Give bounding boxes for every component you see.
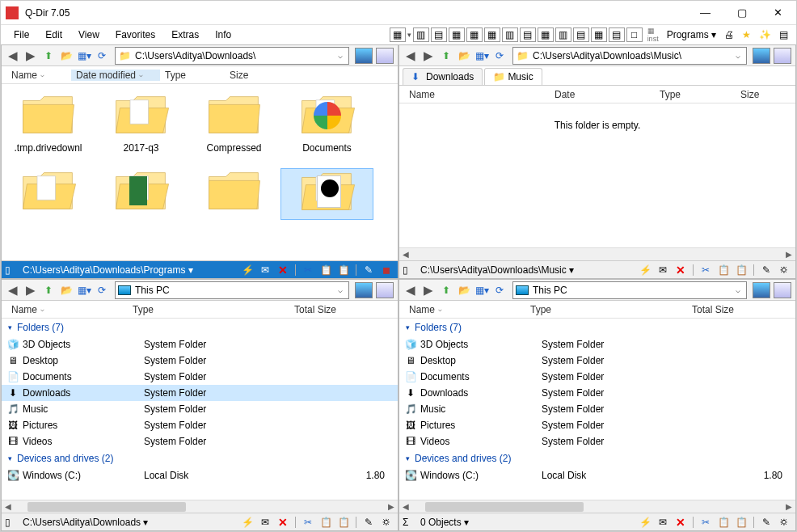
cut-icon[interactable]: ✂ — [698, 263, 714, 277]
copy-icon[interactable]: 📋 — [715, 263, 732, 277]
folder-item[interactable] — [188, 168, 280, 220]
lightning-icon[interactable]: ⚡ — [239, 263, 255, 277]
menu-extras[interactable]: Extras — [163, 27, 207, 43]
folder-item[interactable]: 2017-q3 — [95, 92, 188, 154]
refresh-icon[interactable]: ⟳ — [491, 282, 508, 298]
menu-edit[interactable]: Edit — [37, 27, 70, 43]
group-header[interactable]: Folders (7) — [2, 319, 398, 336]
col-name[interactable]: Name — [404, 89, 550, 100]
explorer-icon[interactable]: 📂 — [456, 48, 472, 64]
list-item[interactable]: 🎞VideosSystem Folder — [399, 433, 795, 450]
nav-forward-icon[interactable]: ▶ — [420, 48, 436, 64]
cut-icon[interactable]: ✂ — [300, 515, 316, 530]
address-dropdown-icon[interactable]: ⌵ — [732, 51, 744, 60]
close-button[interactable]: ✕ — [760, 1, 796, 25]
preview-toggle[interactable] — [753, 48, 770, 64]
layout-btn-12[interactable]: ▦ — [591, 27, 607, 42]
list-item[interactable]: 🧊3D ObjectsSystem Folder — [399, 336, 795, 353]
explorer-icon[interactable]: 📂 — [58, 282, 74, 298]
nav-back-icon[interactable]: ◀ — [403, 48, 419, 64]
nav-forward-icon[interactable]: ▶ — [23, 48, 39, 64]
up-icon[interactable]: ⬆ — [40, 48, 57, 64]
list-item[interactable]: 🖥DesktopSystem Folder — [399, 353, 795, 369]
refresh-icon[interactable]: ⟳ — [491, 48, 508, 64]
preview-toggle[interactable] — [753, 282, 770, 298]
list-item[interactable]: 📄DocumentsSystem Folder — [399, 369, 795, 385]
cloud-toggle[interactable] — [774, 282, 791, 298]
address-bar[interactable]: 📁 C:\Users\Aditya\Downloads\ ⌵ — [115, 47, 349, 65]
inst-button[interactable]: ▦inst — [644, 27, 662, 43]
folder-item[interactable]: Documents — [280, 92, 373, 154]
status-path[interactable]: C:\Users\Aditya\Downloads ▾ — [19, 517, 238, 528]
view-grid-icon[interactable]: ▦▾ — [474, 282, 490, 298]
paste-icon[interactable]: 📋 — [733, 515, 749, 530]
address-dropdown-icon[interactable]: ⌵ — [732, 285, 744, 294]
mail-icon[interactable]: ✉ — [655, 263, 671, 277]
layout-btn-11[interactable]: ▤ — [573, 27, 589, 42]
list-item[interactable]: 🎵MusicSystem Folder — [399, 401, 795, 417]
lightning-icon[interactable]: ⚡ — [637, 515, 653, 530]
lightning-icon[interactable]: ⚡ — [637, 263, 653, 277]
view-grid-icon[interactable]: ▦▾ — [474, 48, 490, 64]
cut-icon[interactable]: ✂ — [698, 515, 714, 530]
col-date[interactable]: Date — [550, 89, 655, 100]
col-total-size[interactable]: Total Size — [289, 304, 393, 315]
cloud-toggle[interactable] — [376, 48, 394, 64]
list-item[interactable]: ⬇DownloadsSystem Folder — [2, 385, 398, 401]
menu-view[interactable]: View — [70, 27, 108, 43]
layout-btn-14[interactable]: □ — [626, 27, 643, 42]
programs-menu[interactable]: Programs ▾ — [664, 29, 719, 40]
nav-back-icon[interactable]: ◀ — [5, 48, 21, 64]
folder-item[interactable] — [95, 168, 188, 220]
layout-btn-3[interactable]: ▤ — [431, 27, 447, 42]
up-icon[interactable]: ⬆ — [438, 282, 454, 298]
col-type[interactable]: Type — [128, 304, 289, 315]
folder-item[interactable]: .tmp.drivedownl — [2, 92, 95, 154]
print-icon[interactable]: 🖨 — [721, 29, 737, 40]
wand-icon[interactable]: ✨ — [756, 29, 774, 40]
tab-downloads[interactable]: ⬇Downloads — [403, 68, 483, 85]
list-item[interactable]: ⬇DownloadsSystem Folder — [399, 385, 795, 401]
horizontal-scrollbar[interactable]: ◀▶ — [399, 500, 795, 513]
copy-icon[interactable]: 📋 — [318, 263, 334, 277]
mail-icon[interactable]: ✉ — [257, 515, 273, 530]
explorer-icon[interactable]: 📂 — [456, 282, 472, 298]
group-header[interactable]: Folders (7) — [399, 319, 795, 336]
folder-item-selected[interactable] — [280, 168, 373, 220]
preview-toggle[interactable] — [355, 282, 373, 298]
cloud-toggle[interactable] — [376, 282, 394, 298]
layout-btn-7[interactable]: ▥ — [502, 27, 518, 42]
delete-icon[interactable]: ✕ — [673, 515, 689, 530]
explorer-icon[interactable]: 📂 — [58, 48, 74, 64]
cloud-toggle[interactable] — [774, 48, 791, 64]
view-grid-icon[interactable]: ▦▾ — [76, 48, 92, 64]
list-item[interactable]: 💽Windows (C:)Local Disk1.80 — [2, 467, 398, 483]
menu-file[interactable]: File — [6, 27, 37, 43]
list-item[interactable]: 🧊3D ObjectsSystem Folder — [2, 336, 398, 353]
list-item[interactable]: 📄DocumentsSystem Folder — [2, 369, 398, 385]
edit-icon[interactable]: ✎ — [361, 263, 377, 277]
address-bar[interactable]: 📁 C:\Users\Aditya\Downloads\Music\ ⌵ — [512, 47, 747, 65]
col-name[interactable]: Name⌵ — [404, 304, 525, 315]
nav-back-icon[interactable]: ◀ — [403, 282, 419, 298]
layout-dd[interactable]: ▾ — [407, 31, 411, 39]
status-path[interactable]: C:\Users\Aditya\Downloads\Programs ▾ — [19, 264, 238, 276]
layout-btn-4[interactable]: ▦ — [449, 27, 465, 42]
address-bar[interactable]: This PC ⌵ — [512, 281, 747, 299]
paste-icon[interactable]: 📋 — [335, 263, 352, 277]
list-item[interactable]: 🎵MusicSystem Folder — [2, 401, 398, 417]
edit-icon[interactable]: ✎ — [758, 263, 774, 277]
col-date-modified[interactable]: Date modified⌵ — [71, 70, 160, 81]
view-grid-icon[interactable]: ▦▾ — [76, 282, 92, 298]
address-bar[interactable]: This PC ⌵ — [115, 281, 349, 299]
options-icon[interactable]: ⛭ — [776, 515, 792, 530]
layout-4-btn[interactable]: ▦ — [390, 27, 406, 42]
delete-icon[interactable]: ✕ — [275, 515, 291, 530]
minimize-button[interactable]: — — [687, 1, 723, 25]
layout-btn-13[interactable]: ▤ — [609, 27, 625, 42]
list-item[interactable]: 🖼PicturesSystem Folder — [399, 417, 795, 433]
file-list[interactable]: This folder is empty. — [399, 103, 795, 247]
address-dropdown-icon[interactable]: ⌵ — [334, 51, 347, 60]
folder-item[interactable] — [2, 168, 95, 220]
nav-forward-icon[interactable]: ▶ — [420, 282, 436, 298]
